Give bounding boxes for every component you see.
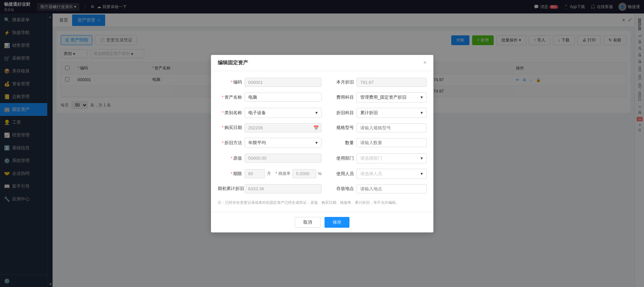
person-select[interactable]: 请选择人员 ▾ [357,169,426,179]
period-input[interactable] [245,169,265,178]
spec-label: 规格型号 [330,125,354,131]
depr-method-select[interactable]: 年限平均 ▾ [245,138,322,148]
modal-body: 编码 本月折旧 资产名称 [211,71,433,212]
edit-asset-modal: 编辑固定资产 × 编码 [211,55,433,232]
form-item-category: 类别名称 电子设备 ▾ [218,108,322,118]
expense-subject-label: 费用科目 [330,94,354,100]
form-item-location: 存放地点 [330,184,426,193]
chevron-down-icon4: ▾ [421,110,423,115]
form-item-monthly-depr: 本月折旧 [330,78,426,87]
modal-note: 注：已经存在变更记录或者对应固定资产已经生成凭证，原值、购买日期、残值率、累计折… [218,200,427,205]
residual-rate-input[interactable] [293,169,316,178]
form-item-original-value: 原值 [218,153,322,163]
form-item-spec: 规格型号 [330,123,426,132]
chevron-down-icon7: ▾ [421,171,423,176]
code-label: 编码 [218,79,242,85]
form-item-asset-name: 资产名称 [218,92,322,102]
category-select[interactable]: 电子设备 ▾ [245,108,322,118]
modal-overlay: 编辑固定资产 × 编码 [53,27,635,287]
depr-subject-select[interactable]: 累计折旧 ▾ [357,108,426,118]
depr-subject-label: 折旧科目 [330,110,354,116]
person-label: 使用人员 [330,171,354,177]
initial-accum-label: 期初累计折旧 [218,186,242,192]
form-item-purchase-date: 购买日期 📅 [218,123,322,132]
purchase-date-label: 购买日期 [218,125,242,131]
expense-subject-select[interactable]: 管理费用_固定资产折旧 ▾ [357,92,426,102]
form-grid: 编码 本月折旧 资产名称 [218,78,427,205]
form-item-dept: 使用部门 请选择部门 ▾ [330,153,426,163]
monthly-depr-label: 本月折旧 [330,79,354,85]
cancel-button[interactable]: 取消 [295,217,320,228]
save-button[interactable]: 保存 [325,217,349,228]
form-item-depr-subject: 折旧科目 累计折旧 ▾ [330,108,426,118]
content-area: 首页 资产管理 × × ⤢ ☰ [53,13,635,287]
location-label: 存放地点 [330,186,354,192]
category-label: 类别名称 [218,110,242,116]
quantity-input[interactable] [357,138,426,147]
period-label: 期限 [218,171,242,177]
purchase-date-input[interactable] [245,123,322,132]
form-item-initial-accum: 期初累计折旧 [218,184,322,193]
page-content: ☰ 资产明细 📄 变更生成凭证 对账 + 新增 [53,27,635,287]
asset-name-label: 资产名称 [218,94,242,100]
form-item-code: 编码 [218,78,322,87]
modal-footer: 取消 保存 [211,212,433,232]
code-input[interactable] [245,78,322,87]
chevron-down-icon6: ▾ [421,156,423,161]
dept-select[interactable]: 请选择部门 ▾ [357,153,426,163]
form-item-depr-method: 折旧方法 年限平均 ▾ [218,138,322,148]
quantity-label: 数量 [330,140,354,146]
dept-label: 使用部门 [330,155,354,161]
modal-header: 编辑固定资产 × [211,55,433,71]
form-item-expense-subject: 费用科目 管理费用_固定资产折旧 ▾ [330,92,426,102]
depr-method-label: 折旧方法 [218,140,242,146]
form-item-period: 期限 月 * 残值率 % [218,169,322,179]
monthly-depr-input[interactable] [357,78,426,87]
asset-name-input[interactable] [245,93,322,102]
location-input[interactable] [357,184,426,193]
spec-input[interactable] [357,123,426,132]
form-item-quantity: 数量 [330,138,426,148]
chevron-down-icon3: ▾ [315,110,318,115]
modal-title: 编辑固定资产 [218,60,248,66]
initial-accum-input[interactable] [245,184,322,193]
original-value-input[interactable] [245,154,322,163]
form-item-person: 使用人员 请选择人员 ▾ [330,169,426,179]
calendar-icon[interactable]: 📅 [313,125,319,130]
modal-close-button[interactable]: × [423,60,426,66]
chevron-down-icon2: ▾ [421,95,423,100]
chevron-down-icon5: ▾ [315,140,318,145]
original-value-label: 原值 [218,155,242,161]
